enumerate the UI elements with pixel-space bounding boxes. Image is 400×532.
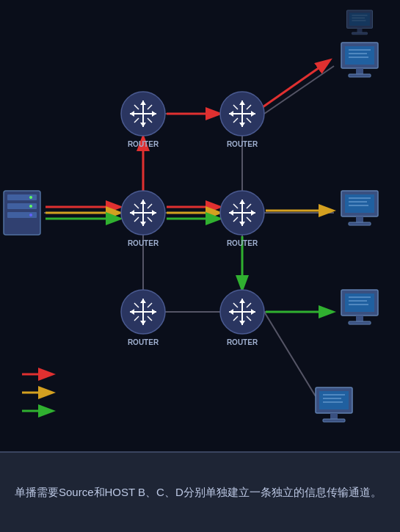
svg-line-33 <box>264 66 334 114</box>
main-container: ROUTER ROUTER ROUTER ROUTER ROUTER <box>0 0 400 532</box>
computer-host-e <box>316 387 352 422</box>
svg-line-36 <box>264 312 316 396</box>
svg-text:ROUTER: ROUTER <box>128 140 159 148</box>
svg-point-24 <box>7 1 10 4</box>
svg-rect-16 <box>0 11 4 17</box>
svg-rect-12 <box>0 0 15 7</box>
svg-point-0 <box>0 0 22 22</box>
diagram-area: ROUTER ROUTER ROUTER ROUTER ROUTER <box>0 0 400 455</box>
svg-rect-21 <box>0 0 15 5</box>
svg-rect-11 <box>0 0 18 11</box>
source-server <box>4 191 40 235</box>
router-r2: ROUTER <box>220 92 264 148</box>
svg-text:ROUTER: ROUTER <box>227 338 258 346</box>
svg-text:ROUTER: ROUTER <box>128 338 159 346</box>
computer-top <box>347 10 373 34</box>
svg-text:ROUTER: ROUTER <box>128 239 159 247</box>
computer-host-d <box>341 290 378 324</box>
computer-host-c <box>341 191 378 225</box>
router-r6: ROUTER <box>220 290 264 346</box>
router-r3: ROUTER <box>121 191 165 247</box>
svg-rect-17 <box>0 17 11 20</box>
svg-line-10 <box>4 4 9 9</box>
svg-rect-18 <box>0 0 18 22</box>
description-panel: 单播需要Source和HOST B、C、D分别单独建立一条独立的信息传输通道。 <box>0 451 400 532</box>
description-text: 单播需要Source和HOST B、C、D分别单独建立一条独立的信息传输通道。 <box>15 483 382 502</box>
router-r1: ROUTER <box>121 92 165 148</box>
svg-text:ROUTER: ROUTER <box>227 239 258 247</box>
router-r5: ROUTER <box>121 290 165 346</box>
computer-host-b <box>341 43 378 77</box>
router-r4: ROUTER <box>220 191 264 247</box>
svg-marker-4 <box>9 0 13 3</box>
svg-text:ROUTER: ROUTER <box>227 140 258 148</box>
svg-line-45 <box>261 61 329 109</box>
svg-marker-6 <box>0 9 3 13</box>
network-svg: ROUTER ROUTER ROUTER ROUTER ROUTER <box>0 0 400 455</box>
